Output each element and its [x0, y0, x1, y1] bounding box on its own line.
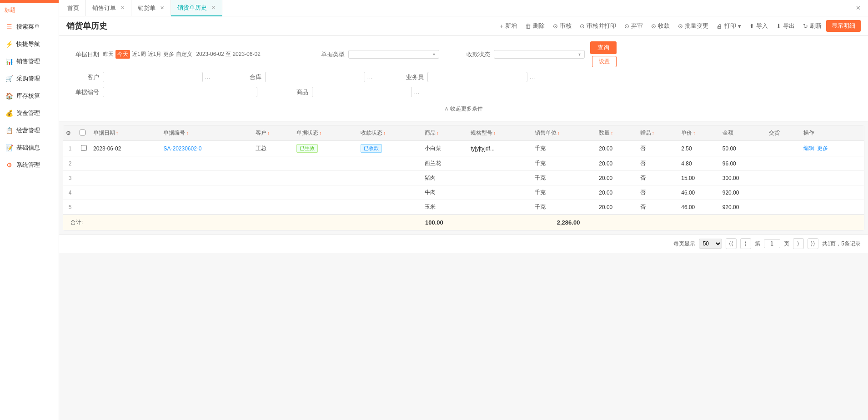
import-button[interactable]: ⬆导入 — [746, 20, 772, 32]
page-end-label: 页 — [784, 240, 789, 248]
sidebar-item-quick-nav[interactable]: ⚡ 快捷导航 — [0, 35, 59, 53]
customer-ellipsis[interactable]: … — [205, 74, 211, 80]
print-button[interactable]: 🖨打印 ▾ — [713, 20, 745, 32]
per-page-select[interactable]: 50 100 200 — [699, 239, 722, 249]
th-unit[interactable]: 销售单位↕ — [532, 125, 596, 141]
shortcut-week[interactable]: 近1周 — [132, 50, 146, 58]
th-price[interactable]: 单价↕ — [678, 125, 720, 141]
page-input[interactable] — [764, 239, 780, 248]
row-doc-no[interactable] — [161, 171, 252, 185]
salesperson-ellipsis[interactable]: … — [529, 74, 535, 80]
th-doc-status[interactable]: 单据状态↕ — [294, 125, 358, 141]
goods-input[interactable] — [312, 87, 412, 97]
total-info: 共1页，5条记录 — [822, 240, 861, 248]
row-doc-no[interactable] — [161, 200, 252, 215]
th-gift[interactable]: 赠品↕ — [637, 125, 679, 141]
sidebar: 标题 ☰ 搜索菜单 ⚡ 快捷导航 📊 销售管理 🛒 采购管理 🏠 库存核算 💰 … — [0, 0, 59, 420]
export-button[interactable]: ⬇导出 — [773, 20, 798, 32]
sidebar-item-inventory[interactable]: 🏠 库存核算 — [0, 87, 59, 105]
collect-label: 收款 — [658, 22, 670, 30]
window-close-button[interactable]: ✕ — [850, 5, 866, 11]
import-icon: ⬆ — [749, 23, 754, 30]
date-shortcuts: 昨天 今天 近1周 近1月 更多 自定义 — [103, 50, 192, 59]
sidebar-item-sales[interactable]: 📊 销售管理 — [0, 53, 59, 70]
audit-icon: ⊙ — [553, 23, 558, 30]
row-checkbox[interactable] — [81, 145, 87, 151]
settings-button[interactable]: 设置 — [592, 56, 617, 67]
doc-type-select[interactable]: ▾ — [348, 50, 439, 59]
row-goods: 猪肉 — [422, 171, 468, 185]
doc-no-input[interactable] — [103, 87, 257, 97]
sidebar-item-label: 快捷导航 — [16, 40, 40, 48]
row-num: 5 — [63, 200, 77, 215]
th-gear[interactable]: ⚙ — [63, 125, 77, 141]
refresh-button[interactable]: ↻刷新 — [799, 20, 825, 32]
sidebar-item-finance[interactable]: 💰 资金管理 — [0, 105, 59, 122]
data-table: ⚙ 单据日期↕ 单据编号↕ 客户↕ 单据状态↕ 收款状态↕ 商品↕ 规格型号↕ … — [63, 125, 864, 215]
goods-ellipsis[interactable]: … — [414, 89, 420, 95]
tab-sales-order[interactable]: 销售订单 ✕ — [86, 0, 131, 16]
audit-print-button[interactable]: ⊙审核并打印 — [576, 20, 620, 32]
tab-home[interactable]: 首页 — [61, 0, 86, 16]
abandon-button[interactable]: ⊙弃审 — [621, 20, 647, 32]
th-doc-no[interactable]: 单据编号↕ — [161, 125, 252, 141]
warehouse-input[interactable] — [265, 72, 365, 82]
first-page-button[interactable]: ⟨⟨ — [726, 238, 737, 249]
shortcut-yesterday[interactable]: 昨天 — [103, 50, 114, 58]
sidebar-item-operation[interactable]: 📋 经营管理 — [0, 122, 59, 139]
shortcut-more[interactable]: 更多 — [163, 50, 174, 58]
th-checkbox — [77, 125, 90, 141]
collapse-bar[interactable]: ∧ 收起更多条件 — [66, 102, 861, 115]
sidebar-item-label: 搜索菜单 — [16, 23, 40, 31]
tab-sales-history-close[interactable]: ✕ — [211, 5, 216, 10]
row-payment-status — [358, 200, 422, 215]
sidebar-item-system[interactable]: ⚙ 系统管理 — [0, 156, 59, 174]
row-date — [90, 171, 161, 185]
th-goods[interactable]: 商品↕ — [422, 125, 468, 141]
th-spec[interactable]: 规格型号↕ — [468, 125, 532, 141]
th-customer[interactable]: 客户↕ — [253, 125, 294, 141]
doc-no-link[interactable]: SA-20230602-0 — [163, 145, 201, 152]
tab-sales-goods[interactable]: 销货单 ✕ — [131, 0, 171, 16]
add-button[interactable]: +新增 — [496, 20, 521, 32]
sidebar-item-basic[interactable]: 📝 基础信息 — [0, 139, 59, 156]
audit-button[interactable]: ⊙审核 — [549, 20, 575, 32]
payment-status-arrow: ▾ — [578, 52, 581, 57]
sidebar-item-label: 基础信息 — [16, 144, 40, 152]
salesperson-input[interactable] — [427, 72, 527, 82]
edit-action-link[interactable]: 编辑 — [803, 145, 814, 151]
row-doc-no[interactable] — [161, 185, 252, 200]
th-qty[interactable]: 数量↕ — [596, 125, 637, 141]
prev-page-button[interactable]: ⟨ — [740, 238, 751, 249]
th-date[interactable]: 单据日期↕ — [90, 125, 161, 141]
delete-button[interactable]: 🗑删除 — [522, 20, 548, 32]
tab-sales-goods-close[interactable]: ✕ — [160, 5, 164, 11]
row-action — [801, 185, 864, 200]
next-page-button[interactable]: ⟩ — [793, 238, 804, 249]
filter-row-1: 单据日期 昨天 今天 近1周 近1月 更多 自定义 2023-06-02 至 2… — [66, 41, 861, 67]
warehouse-ellipsis[interactable]: … — [367, 74, 373, 80]
batch-change-button[interactable]: ⊙批量变更 — [674, 20, 712, 32]
row-doc-no[interactable] — [161, 156, 252, 171]
query-button[interactable]: 查询 — [590, 41, 617, 54]
shortcut-today[interactable]: 今天 — [115, 50, 130, 59]
more-action-link[interactable]: 更多 — [817, 145, 828, 151]
select-all-checkbox[interactable] — [80, 130, 85, 135]
sidebar-item-search-menu[interactable]: ☰ 搜索菜单 — [0, 18, 59, 35]
last-page-button[interactable]: ⟩⟩ — [808, 238, 818, 249]
payment-status-select[interactable]: ▾ — [494, 50, 585, 59]
collect-icon: ⊙ — [651, 23, 656, 30]
row-doc-no[interactable]: SA-20230602-0 — [161, 141, 252, 156]
shortcut-month[interactable]: 近1月 — [148, 50, 162, 58]
shortcut-custom[interactable]: 自定义 — [176, 50, 192, 58]
collect-button[interactable]: ⊙收款 — [647, 20, 673, 32]
customer-input[interactable] — [103, 72, 203, 82]
sidebar-item-purchase[interactable]: 🛒 采购管理 — [0, 70, 59, 87]
tab-sales-order-close[interactable]: ✕ — [120, 5, 125, 11]
show-detail-button[interactable]: 显示明细 — [826, 20, 861, 32]
row-amount: 50.00 — [720, 141, 767, 156]
salesperson-label: 业务员 — [391, 73, 427, 81]
doc-type-label: 单据类型 — [312, 50, 348, 59]
tab-sales-history[interactable]: 销货单历史 ✕ — [171, 0, 222, 16]
th-payment-status[interactable]: 收款状态↕ — [358, 125, 422, 141]
